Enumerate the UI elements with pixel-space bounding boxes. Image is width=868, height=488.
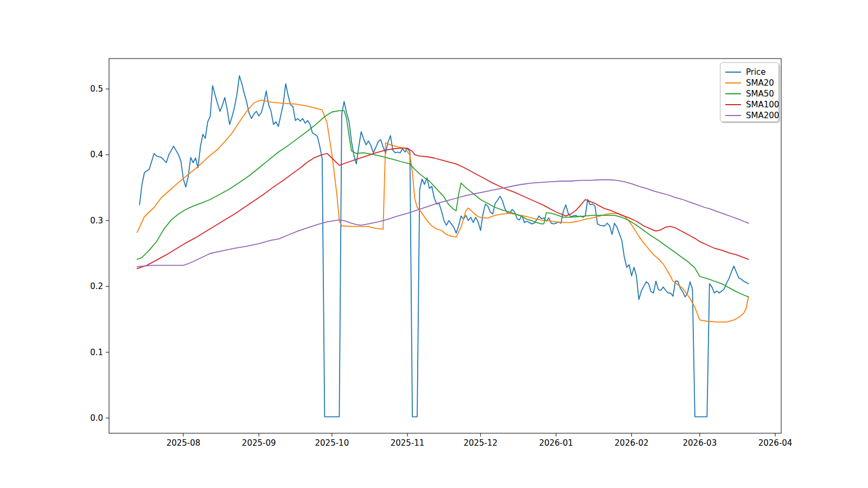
- x-tick-label: 2025-10: [315, 438, 349, 448]
- series-line-sma100: [137, 148, 749, 268]
- legend-entry-sma20[interactable]: SMA20: [725, 78, 774, 88]
- y-tick-label: 0.0: [90, 413, 103, 423]
- legend-label-sma50: SMA50: [746, 88, 774, 99]
- legend-label-sma200: SMA200: [746, 110, 779, 121]
- legend-label-price: Price: [746, 67, 766, 78]
- legend-label-sma100: SMA100: [746, 99, 779, 110]
- price-line-sample-icon: [725, 72, 741, 73]
- y-tick-label: 0.3: [90, 216, 103, 226]
- sma50-line-sample-icon: [725, 93, 741, 94]
- series-line-sma20: [137, 100, 749, 322]
- legend-entry-sma50[interactable]: SMA50: [725, 88, 774, 99]
- legend[interactable]: Price SMA20 SMA50 SMA100 SMA200: [720, 62, 779, 122]
- x-tick-label: 2025-08: [167, 438, 201, 448]
- x-tick-label: 2025-12: [463, 438, 497, 448]
- x-tick-label: 2026-01: [539, 438, 573, 448]
- series-line-price: [139, 76, 749, 417]
- x-tick-label: 2026-04: [758, 438, 793, 448]
- legend-entry-sma100[interactable]: SMA100: [725, 99, 774, 110]
- x-tick-label: 2026-03: [683, 438, 717, 448]
- legend-label-sma20: SMA20: [746, 78, 774, 88]
- series-line-sma50: [137, 111, 749, 297]
- legend-entry-sma200[interactable]: SMA200: [725, 110, 774, 121]
- y-tick-label: 0.2: [90, 281, 103, 291]
- sma200-line-sample-icon: [725, 115, 741, 116]
- figure: 2025-082025-092025-102025-112025-122026-…: [0, 0, 868, 488]
- y-tick-label: 0.1: [90, 348, 103, 357]
- x-tick-label: 2026-02: [615, 438, 649, 448]
- legend-entry-price[interactable]: Price: [725, 67, 774, 78]
- sma100-line-sample-icon: [725, 104, 741, 105]
- sma20-line-sample-icon: [725, 82, 741, 84]
- y-tick-label: 0.5: [90, 84, 103, 94]
- x-tick-label: 2025-11: [391, 438, 425, 448]
- y-tick-label: 0.4: [90, 150, 103, 159]
- series-line-sma200: [137, 180, 749, 267]
- x-tick-label: 2025-09: [242, 438, 276, 448]
